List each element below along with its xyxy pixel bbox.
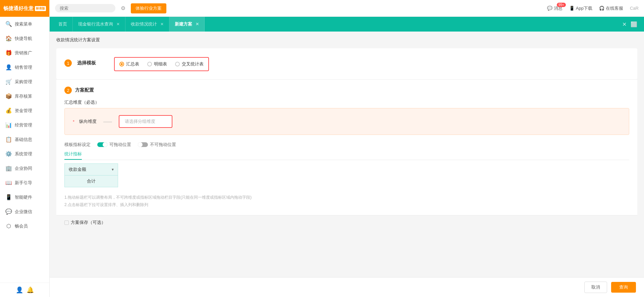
step2-title-row: 2 方案配置 [64, 87, 629, 94]
tab-receipt-stat[interactable]: 收款情况统计 ✕ [125, 17, 169, 32]
sidebar-item-inventory[interactable]: 📦 库存核算 [0, 89, 49, 103]
username-display: CaR [630, 6, 639, 11]
toggle-draggable-label: 可拖动位置 [109, 142, 131, 148]
toggle-draggable-thumb [103, 142, 107, 147]
radio-summary-circle [119, 62, 124, 66]
sidebar-bottom: 👤 🔔 [0, 283, 49, 297]
logo-text: 畅捷通好生意 [3, 5, 34, 12]
toggle-fixed-thumb [138, 142, 143, 147]
search-input[interactable] [55, 4, 115, 12]
radio-detail-label: 明细表 [154, 61, 167, 67]
tab-home-label: 首页 [58, 21, 67, 27]
action-bar: 取消 查询 [50, 277, 644, 297]
industry-plan-button[interactable]: 体验行业方案 [131, 3, 166, 13]
sidebar-item-label: 采购管理 [15, 79, 32, 85]
sidebar-item-search-menu[interactable]: 🔍 搜索菜单 [0, 17, 49, 31]
message-icon: 💬 [547, 6, 552, 11]
app-download-item[interactable]: 📱 App下载 [569, 5, 592, 11]
tab-home[interactable]: 首页 [53, 17, 73, 32]
sidebar-item-purchase[interactable]: 🛒 采购管理 [0, 75, 49, 89]
dimension-area: * 纵向维度 —— 请选择分组维度 [64, 108, 629, 135]
tab-receipt-stat-close[interactable]: ✕ [160, 22, 164, 27]
save-checkbox[interactable] [64, 220, 69, 225]
sidebar-item-enterprise-wx[interactable]: 💬 企业微信 [0, 204, 49, 219]
sidebar-item-member[interactable]: ⬡ 畅会员 [0, 219, 49, 233]
radio-summary-label: 汇总表 [126, 61, 139, 67]
sidebar-item-label: 企业协同 [15, 165, 32, 171]
sidebar-item-operations[interactable]: 📊 经营管理 [0, 118, 49, 132]
toggle-draggable-box[interactable] [97, 142, 107, 147]
close-window-icon[interactable]: ✕ [622, 21, 627, 28]
topbar: ⚙ 体验行业方案 💬 消息 99+ 📱 App下载 🎧 在线客服 CaR [50, 0, 644, 17]
tabs-actions: ✕ ⬜ [622, 17, 641, 32]
cancel-button[interactable]: 取消 [584, 282, 607, 293]
sidebar-item-smart-hw[interactable]: 📱 智能硬件 [0, 190, 49, 204]
sidebar-item-label: 经营管理 [15, 122, 32, 128]
tab-cash-bank-close[interactable]: ✕ [116, 22, 120, 27]
dim-arrow: —— [103, 119, 112, 124]
sidebar-item-quick-nav[interactable]: 🏠 快捷导航 [0, 31, 49, 46]
dim-select-dropdown[interactable]: 请选择分组维度 [119, 115, 172, 128]
chart-icon: 📊 [5, 122, 12, 128]
sidebar-item-label: 基础信息 [15, 137, 32, 143]
step2-label: 方案配置 [75, 87, 94, 93]
content-area: 收款情况统计方案设置 1 选择模板 汇总表 明细表 交 [50, 32, 644, 277]
toggle-fixed[interactable]: 不可拖动位置 [138, 142, 176, 148]
page-title: 收款情况统计方案设置 [56, 37, 637, 43]
toggle-draggable[interactable]: 可拖动位置 [97, 142, 131, 148]
radio-summary[interactable]: 汇总表 [119, 61, 139, 67]
sidebar-item-system[interactable]: ⚙️ 系统管理 [0, 147, 49, 161]
save-option-label: 方案保存（可选） [71, 219, 106, 226]
template-section: 1 选择模板 汇总表 明细表 交叉统计表 [56, 48, 637, 79]
tip-1: 1.拖动标题栏可以调整布局，不可跨维度或指标区域拖动栏目字段(只能在同一维度或指… [64, 194, 629, 201]
step1-num: 1 [64, 59, 72, 67]
cart-icon: 🛒 [5, 79, 12, 85]
indicator-settings-label: 模板指标设定 [64, 142, 91, 148]
online-support-item[interactable]: 🎧 在线客服 [599, 5, 623, 11]
sidebar-item-finance[interactable]: 💰 资金管理 [0, 103, 49, 118]
sidebar-item-marketing[interactable]: 🎁 营销推广 [0, 46, 49, 60]
notification-item[interactable]: 💬 消息 99+ [547, 5, 562, 11]
gear-settings-icon[interactable]: ⚙ [121, 5, 125, 11]
bell-icon[interactable]: 🔔 [26, 286, 34, 294]
save-checkbox-row[interactable]: 方案保存（可选） [64, 219, 106, 226]
step1-row: 1 选择模板 汇总表 明细表 交叉统计表 [64, 55, 629, 71]
maximize-window-icon[interactable]: ⬜ [631, 21, 637, 28]
sidebar-item-label: 新手引导 [15, 180, 32, 186]
radio-detail-circle [147, 62, 152, 66]
dim-select-placeholder: 请选择分组维度 [125, 119, 155, 124]
app-download-label: App下载 [576, 5, 592, 11]
download-icon: 📱 [569, 6, 575, 11]
tab-new-plan[interactable]: 新建方案 ✕ [169, 17, 205, 32]
tab-cash-bank[interactable]: 现金银行流水查询 ✕ [73, 17, 125, 32]
dim-label: 纵向维度 [79, 118, 97, 125]
gift-icon: 🎁 [5, 50, 12, 56]
tab-receipt-stat-label: 收款情况统计 [131, 21, 157, 27]
sidebar-item-beginner[interactable]: 📖 新手引导 [0, 176, 49, 190]
home-icon: 🏠 [5, 35, 12, 42]
phone-icon: 📱 [5, 194, 12, 200]
tab-new-plan-label: 新建方案 [175, 21, 192, 27]
radio-detail[interactable]: 明细表 [147, 61, 167, 67]
tab-new-plan-close[interactable]: ✕ [196, 22, 199, 27]
sidebar-item-label: 搜索菜单 [15, 21, 32, 27]
enterprise-icon: 🏢 [5, 165, 12, 171]
indicator-amount-label: 收款金额 [69, 166, 86, 172]
sidebar-item-sales[interactable]: 👤 销售管理 [0, 60, 49, 75]
sidebar-item-label: 系统管理 [15, 151, 32, 157]
money-icon: 💰 [5, 107, 12, 114]
sidebar-item-label: 智能硬件 [15, 194, 32, 200]
sidebar-item-base-info[interactable]: 📋 基础信息 [0, 132, 49, 147]
indicator-dropdown-icon[interactable]: ▾ [112, 167, 114, 172]
user-icon: 👤 [5, 64, 12, 70]
user-avatar-icon[interactable]: 👤 [16, 286, 23, 294]
indicator-cell-amount: 收款金额 ▾ [64, 163, 118, 176]
step2-num: 2 [64, 87, 72, 94]
query-button[interactable]: 查询 [611, 282, 636, 293]
radio-cross[interactable]: 交叉统计表 [175, 61, 204, 67]
sidebar-item-label: 销售管理 [15, 64, 32, 70]
main-container: ⚙ 体验行业方案 💬 消息 99+ 📱 App下载 🎧 在线客服 CaR 首页 [50, 0, 644, 297]
sidebar-item-label: 企业微信 [15, 209, 32, 215]
sidebar-item-enterprise-coop[interactable]: 🏢 企业协同 [0, 161, 49, 176]
toggle-fixed-box[interactable] [138, 142, 148, 147]
